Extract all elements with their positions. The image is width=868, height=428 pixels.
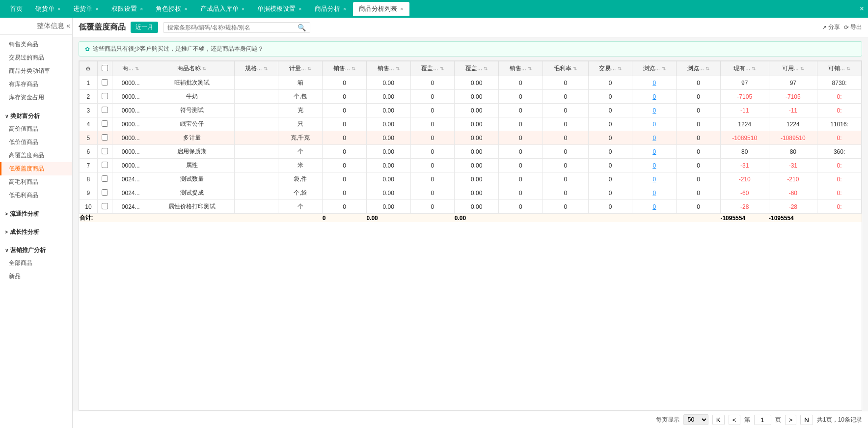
- sidebar-item-all-goods[interactable]: 全部商品: [0, 257, 72, 270]
- col-cov2[interactable]: 覆盖... ⇅: [455, 61, 499, 76]
- row-browse1[interactable]: 0: [632, 200, 677, 214]
- row-checkbox[interactable]: [97, 131, 112, 145]
- nav-tab-analysis-list[interactable]: 商品分析列表 ×: [353, 2, 409, 16]
- col-sales3[interactable]: 销售... ⇅: [499, 61, 543, 76]
- row-browse1[interactable]: 0: [632, 76, 677, 90]
- sidebar-item-sales-goods[interactable]: 销售类商品: [0, 38, 72, 51]
- sidebar-item-high-coverage[interactable]: 高覆盖度商品: [0, 149, 72, 162]
- sidebar-group-marketing-title[interactable]: ∨ 营销推广分析: [0, 244, 72, 257]
- col-browse1[interactable]: 浏览... ⇅: [632, 61, 677, 76]
- sidebar-item-traded-goods[interactable]: 交易过的商品: [0, 51, 72, 64]
- col-code[interactable]: 商... ⇅: [112, 61, 149, 76]
- period-button[interactable]: 近一月: [131, 22, 158, 33]
- nav-tab-analysis-close[interactable]: ×: [343, 6, 346, 12]
- col-browse2[interactable]: 浏览... ⇅: [677, 61, 721, 76]
- col-name[interactable]: 商品名称 ⇅: [149, 61, 234, 76]
- row-cov1: 0: [410, 76, 455, 90]
- row-browse1[interactable]: 0: [632, 186, 677, 200]
- last-page-button[interactable]: N: [800, 415, 813, 425]
- sidebar-item-category-rate[interactable]: 商品分类动销率: [0, 64, 72, 78]
- row-browse1[interactable]: 0: [632, 117, 677, 131]
- nav-tab-analysis[interactable]: 商品分析 ×: [309, 2, 352, 16]
- row-checkbox[interactable]: [97, 104, 112, 117]
- nav-tab-product-entry-close[interactable]: ×: [242, 6, 244, 12]
- col-settings[interactable]: ⚙: [80, 61, 98, 76]
- nav-tab-permissions-close[interactable]: ×: [140, 6, 143, 12]
- row-sales1: 0: [323, 159, 367, 172]
- row-unit: 个: [278, 145, 323, 159]
- window-close-button[interactable]: ×: [860, 4, 864, 13]
- col-sales1[interactable]: 销售... ⇅: [323, 61, 367, 76]
- export-button[interactable]: ⟳ 导出: [844, 23, 862, 31]
- row-checkbox[interactable]: [97, 76, 112, 90]
- table-row: 1 0000... 旺辅批次测试 箱 0 0.00 0 0.00 0 0 0 0…: [80, 76, 862, 90]
- page-size-select[interactable]: 50 20 100: [683, 414, 708, 425]
- row-checkbox[interactable]: [97, 159, 112, 172]
- row-unit: 个,包: [278, 90, 323, 104]
- row-browse1[interactable]: 0: [632, 90, 677, 104]
- row-unit: 个: [278, 200, 323, 214]
- row-sales3: 0: [499, 200, 543, 214]
- row-checkbox[interactable]: [97, 200, 112, 214]
- col-spec[interactable]: 规格... ⇅: [234, 61, 278, 76]
- sidebar-item-new-goods[interactable]: 新品: [0, 270, 72, 283]
- next-page-button[interactable]: >: [785, 415, 797, 425]
- row-code: 0024...: [112, 200, 149, 214]
- nav-tab-roles-close[interactable]: ×: [184, 6, 187, 12]
- row-checkbox[interactable]: [97, 172, 112, 186]
- sidebar-group-liquidity-title[interactable]: > 流通性分析: [0, 208, 72, 220]
- sidebar-item-high-margin[interactable]: 高毛利商品: [0, 175, 72, 189]
- sidebar-group-wealth-title[interactable]: ∨ 类财富分析: [0, 110, 72, 122]
- sidebar-group-growth-title[interactable]: > 成长性分析: [0, 226, 72, 238]
- sidebar-item-low-margin[interactable]: 低毛利商品: [0, 189, 72, 202]
- nav-tab-template[interactable]: 单据模板设置 ×: [251, 2, 307, 16]
- row-unit: 袋,件: [278, 172, 323, 186]
- search-icon[interactable]: 🔍: [298, 24, 306, 31]
- col-trade[interactable]: 交易... ⇅: [588, 61, 632, 76]
- select-all-checkbox[interactable]: [102, 65, 108, 71]
- top-navigation: 首页 销货单 × 进货单 × 权限设置 × 角色授权 × 产成品入库单 × 单据…: [0, 0, 868, 18]
- nav-tab-permissions[interactable]: 权限设置 ×: [106, 2, 149, 16]
- row-browse1[interactable]: 0: [632, 145, 677, 159]
- nav-tab-purchase-close[interactable]: ×: [95, 6, 98, 12]
- sidebar-item-stock-goods[interactable]: 有库存商品: [0, 78, 72, 91]
- sidebar-collapse-button[interactable]: 整体信息 «: [0, 18, 72, 35]
- share-button[interactable]: ↗ 分享: [822, 23, 840, 31]
- row-checkbox[interactable]: [97, 90, 112, 104]
- sidebar-item-stock-capital[interactable]: 库存资金占用: [0, 91, 72, 104]
- row-browse1[interactable]: 0: [632, 131, 677, 145]
- row-browse1[interactable]: 0: [632, 104, 677, 117]
- row-checkbox[interactable]: [97, 186, 112, 200]
- nav-tab-home[interactable]: 首页: [4, 4, 28, 13]
- col-sellable[interactable]: 可销... ⇅: [817, 61, 862, 76]
- search-input[interactable]: [167, 24, 296, 31]
- col-avail[interactable]: 可用... ⇅: [769, 61, 817, 76]
- page-number-input[interactable]: [754, 415, 771, 425]
- sidebar-item-low-coverage[interactable]: 低覆盖度商品: [0, 162, 72, 175]
- first-page-button[interactable]: K: [712, 415, 725, 425]
- nav-tab-template-close[interactable]: ×: [298, 6, 301, 12]
- row-checkbox[interactable]: [97, 117, 112, 131]
- nav-tab-roles[interactable]: 角色授权 ×: [150, 2, 193, 16]
- col-unit[interactable]: 计量... ⇅: [278, 61, 323, 76]
- data-table-container[interactable]: ⚙ 商... ⇅ 商品名称 ⇅ 规格... ⇅ 计量... ⇅ 销售... ⇅ …: [79, 60, 862, 411]
- nav-tab-sales[interactable]: 销货单 ×: [29, 2, 66, 16]
- nav-tab-analysis-list-close[interactable]: ×: [400, 6, 403, 12]
- nav-tab-purchase[interactable]: 进货单 ×: [67, 2, 104, 16]
- row-checkbox[interactable]: [97, 145, 112, 159]
- row-no: 6: [80, 145, 98, 159]
- col-stock[interactable]: 现有... ⇅: [720, 61, 769, 76]
- table-row: 10 0024... 属性价格打印测试 个 0 0.00 0 0.00 0 0 …: [80, 200, 862, 214]
- col-cov1[interactable]: 覆盖... ⇅: [410, 61, 455, 76]
- row-browse1[interactable]: 0: [632, 172, 677, 186]
- row-browse1[interactable]: 0: [632, 159, 677, 172]
- nav-tab-product-entry[interactable]: 产成品入库单 ×: [194, 2, 250, 16]
- sidebar-item-high-value[interactable]: 高价值商品: [0, 122, 72, 136]
- sidebar-item-low-value[interactable]: 低价值商品: [0, 136, 72, 149]
- prev-page-button[interactable]: <: [729, 415, 740, 425]
- col-margin[interactable]: 毛利率 ⇅: [542, 61, 588, 76]
- col-sales2[interactable]: 销售... ⇅: [366, 61, 410, 76]
- col-checkbox[interactable]: [97, 61, 112, 76]
- row-browse2: 0: [677, 76, 721, 90]
- nav-tab-sales-close[interactable]: ×: [57, 6, 60, 12]
